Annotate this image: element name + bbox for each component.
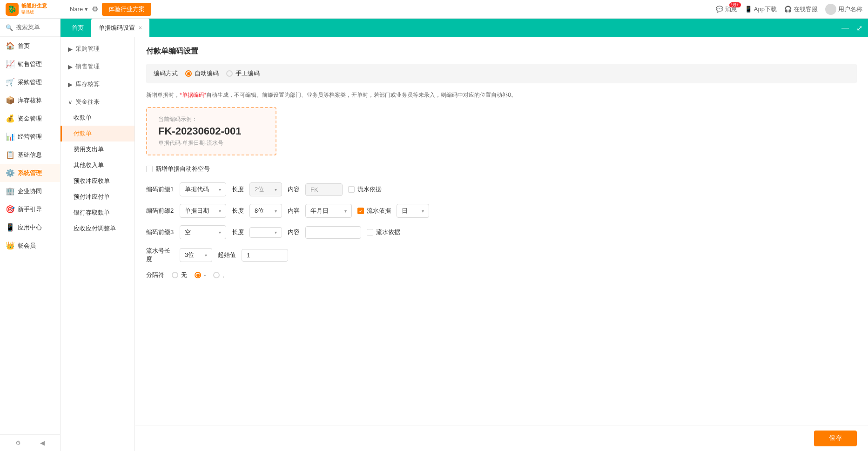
save-button[interactable]: 保存: [814, 431, 857, 446]
sub-group-inventory: ▶ 库存核算: [61, 76, 135, 92]
sub-item-expense[interactable]: 费用支出单: [61, 141, 135, 157]
sidebar-item-sales[interactable]: 📈 销售管理: [0, 55, 60, 73]
sidebar-item-app-center[interactable]: 📱 应用中心: [0, 218, 60, 236]
tab-home[interactable]: 首页: [64, 19, 91, 37]
sub-item-bank-deposit[interactable]: 银行存取款单: [61, 205, 135, 221]
message-button[interactable]: 💬 消息 99+: [716, 5, 737, 13]
flowing-2-period-select[interactable]: 日 ▾: [397, 204, 429, 218]
sub-group-label: 库存核算: [75, 80, 100, 88]
trial-button[interactable]: 体验行业方案: [102, 3, 151, 16]
sub-group-finance-header[interactable]: ∨ 资金往来: [61, 94, 135, 110]
sidebar-item-inventory[interactable]: 📦 库存核算: [0, 91, 60, 109]
settings-icon[interactable]: ⚙: [92, 5, 98, 13]
tab-minimize-icon[interactable]: —: [840, 22, 851, 34]
sep-none-option[interactable]: 无: [172, 271, 187, 279]
sub-item-prepay-receive[interactable]: 预收冲应收单: [61, 173, 135, 189]
chevron-down-icon: ▾: [219, 230, 221, 235]
sidebar-item-guide[interactable]: 🎯 新手引导: [0, 200, 60, 218]
system-icon: ⚙️: [6, 168, 14, 177]
content-1-label: 内容: [288, 185, 300, 194]
sidebar-item-enterprise[interactable]: 🏢 企业协同: [0, 182, 60, 200]
workspace-dropdown[interactable]: Nare ▾: [70, 6, 88, 13]
sep-dot-option[interactable]: .: [213, 272, 224, 279]
flowing-3-label: 流水依据: [376, 228, 400, 236]
sep-dash-radio[interactable]: [195, 272, 201, 278]
chevron-right-icon: ▶: [68, 63, 73, 70]
prefix-3-select[interactable]: 空 ▾: [180, 225, 226, 239]
service-button[interactable]: 🎧 在线客服: [784, 5, 818, 13]
sub-group-sales-header[interactable]: ▶ 销售管理: [61, 59, 135, 74]
prefix-3-label: 编码前缀3: [146, 228, 174, 236]
prefix-1-select[interactable]: 单据代码 ▾: [180, 182, 226, 196]
sub-item-income[interactable]: 其他收入单: [61, 157, 135, 173]
search-label: 搜索菜单: [16, 23, 40, 32]
sidebar-item-system[interactable]: ⚙️ 系统管理: [0, 164, 60, 182]
sep-dot-radio[interactable]: [213, 272, 220, 278]
start-value-input[interactable]: [242, 249, 288, 262]
serial-length-select[interactable]: 3位 ▾: [180, 248, 212, 262]
manual-encoding-option[interactable]: 手工编码: [226, 69, 260, 78]
chevron-down-icon: ∨: [68, 99, 73, 106]
chevron-down-icon: ▾: [275, 230, 277, 235]
separator-options: 无 - .: [172, 271, 224, 279]
tab-current[interactable]: 单据编码设置 ×: [91, 19, 149, 37]
business-icon: 📊: [6, 132, 14, 141]
sidebar-item-finance[interactable]: 💰 资金管理: [0, 109, 60, 128]
user-area[interactable]: 用户名称: [825, 4, 862, 15]
prefix-2-select[interactable]: 单据日期 ▾: [180, 204, 226, 218]
finance-icon: 💰: [6, 114, 14, 123]
manual-encoding-radio[interactable]: [226, 70, 233, 77]
sep-dot-label: .: [222, 272, 224, 279]
sub-item-prepay-pay[interactable]: 预付冲应付单: [61, 189, 135, 205]
auto-encoding-radio[interactable]: [185, 70, 192, 77]
footer-collapse-icon[interactable]: ◀: [40, 439, 45, 446]
chevron-down-icon: ▾: [205, 253, 207, 258]
sub-group-label: 采购管理: [75, 45, 100, 53]
auto-fill-row: 新增单据自动补空号: [146, 165, 857, 173]
content-3-input[interactable]: [305, 226, 361, 239]
sidebar-item-label: 基础信息: [18, 151, 42, 159]
app-download-button[interactable]: 📱 App下载: [745, 5, 777, 13]
code-preview-label: 当前编码示例：: [158, 115, 264, 123]
flowing-1-checkbox[interactable]: [348, 186, 355, 193]
content-1-input[interactable]: [305, 183, 343, 196]
sidebar-item-base[interactable]: 📋 基础信息: [0, 146, 60, 164]
sidebar-item-label: 资金管理: [18, 114, 42, 123]
search-menu[interactable]: 🔍 搜索菜单: [0, 19, 60, 37]
length-3-select[interactable]: ▾: [249, 227, 282, 238]
sidebar-item-home[interactable]: 🏠 首页: [0, 37, 60, 55]
sub-group-label: 销售管理: [75, 62, 100, 71]
sidebar-item-business[interactable]: 📊 经营管理: [0, 128, 60, 146]
sidebar-item-purchase[interactable]: 🛒 采购管理: [0, 73, 60, 91]
sidebar-item-label: 首页: [18, 42, 30, 50]
auto-encoding-option[interactable]: 自动编码: [185, 69, 219, 78]
content-2-select[interactable]: 年月日 ▾: [305, 204, 352, 218]
inventory-icon: 📦: [6, 96, 14, 105]
footer-settings-icon[interactable]: ⚙: [15, 439, 21, 446]
sidebar-item-member[interactable]: 👑 畅会员: [0, 236, 60, 255]
sub-item-adjust[interactable]: 应收应付调整单: [61, 221, 135, 236]
flowing-2-label: 流水依据: [367, 207, 391, 215]
sep-dash-option[interactable]: -: [195, 272, 206, 279]
tab-close-icon[interactable]: ×: [139, 25, 142, 31]
tab-maximize-icon[interactable]: ⤢: [855, 22, 864, 34]
flowing-3-checkbox[interactable]: [367, 229, 373, 236]
sidebar-item-label: 企业协同: [18, 187, 42, 195]
flowing-2-checkbox[interactable]: ✓: [357, 208, 364, 214]
sub-sidebar: ▶ 采购管理 ▶ 销售管理 ▶ 库存核算: [61, 37, 135, 451]
length-1-select[interactable]: 2位 ▾: [249, 182, 282, 196]
sep-none-radio[interactable]: [172, 272, 178, 278]
auto-encoding-label: 自动编码: [195, 69, 219, 78]
length-2-select[interactable]: 8位 ▾: [249, 204, 282, 218]
avatar: [825, 4, 836, 15]
home-icon: 🏠: [6, 41, 14, 50]
sub-group-finance: ∨ 资金往来 收款单 付款单 费用支出单 其他收入单 预收冲应收单 预付冲应付单…: [61, 94, 135, 236]
sub-group-inventory-header[interactable]: ▶ 库存核算: [61, 76, 135, 92]
message-icon: 💬: [716, 6, 723, 13]
sub-item-receipt[interactable]: 收款单: [61, 110, 135, 126]
prefix-row-3: 编码前缀3 空 ▾ 长度 ▾ 内容: [146, 225, 857, 239]
sidebar-item-label: 应用中心: [18, 223, 42, 232]
auto-fill-checkbox[interactable]: [146, 166, 153, 172]
sub-item-payment[interactable]: 付款单: [61, 126, 135, 141]
sub-group-purchase-header[interactable]: ▶ 采购管理: [61, 41, 135, 57]
